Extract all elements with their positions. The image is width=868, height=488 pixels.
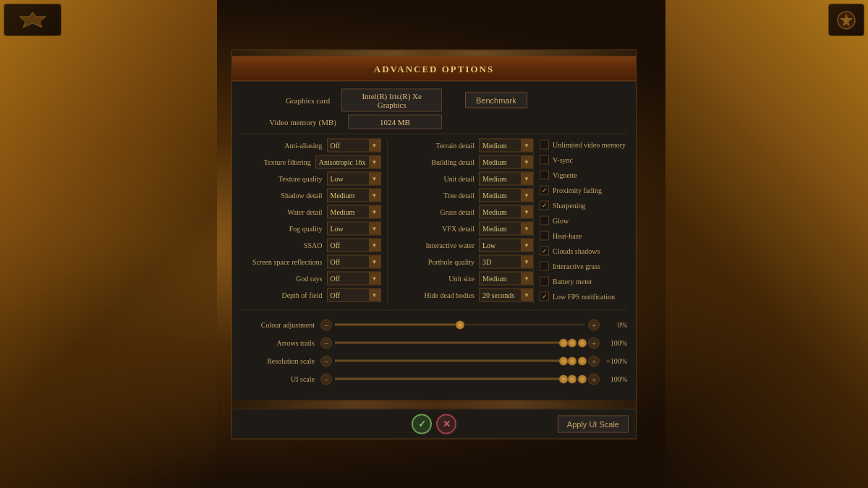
left-setting-select-2[interactable]: Low ▼	[327, 172, 381, 186]
left-setting-select-1[interactable]: Anisotropic 16x ▼	[315, 155, 381, 169]
checkbox-3[interactable]	[540, 186, 549, 195]
left-setting-row: Anti-aliasing Off ▼	[241, 138, 381, 153]
right-setting-select-8[interactable]: Medium ▼	[479, 272, 533, 286]
confirm-button[interactable]: ✓	[412, 414, 432, 434]
left-setting-arrow-5[interactable]: ▼	[369, 223, 380, 235]
checkbox-10[interactable]	[540, 292, 549, 301]
right-setting-label-9: Hide dead bodies	[393, 291, 480, 299]
slider-thumb-3[interactable]	[559, 374, 568, 383]
checkbox-label-9: Battery meter	[553, 278, 592, 286]
slider-double-thumb-left-1[interactable]	[568, 338, 576, 347]
right-setting-select-6[interactable]: Low ▼	[479, 239, 533, 252]
right-setting-arrow-8[interactable]: ▼	[521, 273, 532, 285]
top-left-emblem	[4, 4, 61, 36]
right-setting-select-7[interactable]: 3D ▼	[479, 255, 533, 269]
left-setting-arrow-8[interactable]: ▼	[369, 273, 380, 285]
checkbox-6[interactable]	[540, 231, 549, 241]
checkbox-row: Proximity fading	[540, 184, 627, 197]
slider-double-thumb-right-1[interactable]	[578, 338, 587, 347]
right-setting-select-4[interactable]: Medium ▼	[479, 205, 533, 219]
left-setting-select-8[interactable]: Off ▼	[327, 272, 381, 286]
slider-track-2[interactable]	[335, 360, 563, 362]
left-setting-arrow-4[interactable]: ▼	[369, 206, 380, 218]
right-setting-arrow-9[interactable]: ▼	[521, 289, 532, 301]
slider-track-3[interactable]	[335, 378, 563, 380]
slider-thumb-1[interactable]	[559, 338, 568, 347]
slider-minus-0[interactable]: −	[320, 319, 332, 330]
slider-thumb-0[interactable]	[456, 320, 464, 329]
slider-plus-3[interactable]: +	[588, 373, 600, 385]
right-setting-select-9[interactable]: 20 seconds ▼	[479, 288, 533, 302]
right-setting-row: Building detail Medium ▼	[393, 155, 534, 169]
left-setting-arrow-3[interactable]: ▼	[369, 189, 380, 202]
right-setting-arrow-0[interactable]: ▼	[521, 140, 532, 152]
checkbox-9[interactable]	[540, 277, 549, 286]
left-setting-select-7[interactable]: Off ▼	[327, 255, 381, 269]
apply-ui-button[interactable]: Apply UI Scale	[558, 415, 629, 432]
checkbox-label-8: Interactive grass	[553, 262, 600, 270]
slider-double-thumb-right-3[interactable]	[578, 374, 587, 383]
slider-fill-1	[335, 342, 563, 344]
right-setting-arrow-3[interactable]: ▼	[521, 189, 532, 202]
left-setting-select-5[interactable]: Low ▼	[327, 222, 381, 236]
right-setting-arrow-7[interactable]: ▼	[521, 256, 532, 268]
slider-minus-3[interactable]: −	[320, 373, 332, 385]
slider-plus-1[interactable]: +	[588, 337, 600, 348]
cancel-button[interactable]: ✕	[436, 414, 456, 434]
right-setting-arrow-5[interactable]: ▼	[521, 223, 532, 235]
right-setting-label-0: Terrain detail	[393, 141, 480, 150]
checkbox-2[interactable]	[540, 171, 549, 180]
slider-double-thumb-left-3[interactable]	[568, 374, 576, 383]
right-setting-arrow-2[interactable]: ▼	[521, 173, 532, 185]
checkbox-5[interactable]	[540, 216, 549, 226]
slider-track-0[interactable]	[335, 324, 585, 326]
right-setting-select-0[interactable]: Medium ▼	[479, 139, 533, 153]
right-setting-select-1[interactable]: Medium ▼	[479, 155, 533, 169]
slider-thumb-2[interactable]	[559, 356, 568, 365]
checkbox-label-3: Proximity fading	[553, 187, 602, 194]
checkbox-0[interactable]	[540, 140, 549, 150]
slider-double-thumb-left-2[interactable]	[568, 356, 576, 365]
benchmark-button[interactable]: Benchmark	[465, 92, 527, 108]
slider-label-0: Colour adjustment	[241, 321, 320, 329]
checkbox-8[interactable]	[540, 262, 549, 271]
right-setting-select-2[interactable]: Medium ▼	[479, 172, 533, 186]
checkbox-4[interactable]	[540, 201, 549, 210]
left-setting-row: Water detail Medium ▼	[241, 205, 381, 219]
left-setting-select-6[interactable]: Off ▼	[327, 239, 381, 252]
checkbox-7[interactable]	[540, 247, 549, 256]
left-setting-select-4[interactable]: Medium ▼	[327, 205, 381, 219]
slider-minus-1[interactable]: −	[320, 337, 332, 348]
right-setting-select-5[interactable]: Medium ▼	[479, 222, 533, 236]
slider-track-1[interactable]	[335, 342, 563, 344]
left-setting-arrow-6[interactable]: ▼	[369, 239, 380, 252]
sliders-section: Colour adjustment − + 0% Arrows trails −…	[241, 314, 627, 393]
left-setting-select-9[interactable]: Off ▼	[327, 288, 381, 302]
left-setting-select-0[interactable]: Off ▼	[327, 139, 381, 153]
left-setting-row: Texture quality Low ▼	[241, 171, 381, 186]
left-setting-arrow-1[interactable]: ▼	[369, 156, 380, 168]
left-setting-arrow-7[interactable]: ▼	[369, 256, 380, 268]
slider-double-thumb-right-2[interactable]	[578, 356, 587, 365]
checkbox-label-0: Unlimited video memory	[553, 141, 626, 149]
right-setting-arrow-6[interactable]: ▼	[521, 239, 532, 252]
checkbox-label-6: Heat-haze	[553, 232, 582, 240]
left-setting-row: Shadow detail Medium ▼	[241, 188, 381, 202]
right-setting-arrow-4[interactable]: ▼	[521, 206, 532, 218]
left-setting-arrow-9[interactable]: ▼	[369, 289, 380, 301]
left-setting-label-3: Shadow detail	[241, 191, 327, 200]
right-setting-arrow-1[interactable]: ▼	[521, 156, 532, 168]
slider-plus-2[interactable]: +	[588, 355, 600, 367]
slider-minus-2[interactable]: −	[320, 355, 332, 367]
left-setting-arrow-2[interactable]: ▼	[369, 173, 380, 185]
right-setting-select-3[interactable]: Medium ▼	[479, 189, 533, 202]
slider-label-1: Arrows trails	[241, 339, 320, 347]
bottom-right: Apply UI Scale	[456, 415, 629, 432]
left-setting-select-3[interactable]: Medium ▼	[327, 189, 381, 202]
slider-label-2: Resolution scale	[241, 357, 320, 365]
checkbox-label-2: Vignette	[553, 171, 577, 179]
left-setting-arrow-0[interactable]: ▼	[369, 140, 380, 152]
checkbox-1[interactable]	[540, 155, 549, 165]
left-setting-label-6: SSAO	[241, 241, 327, 249]
slider-plus-0[interactable]: +	[588, 319, 600, 330]
